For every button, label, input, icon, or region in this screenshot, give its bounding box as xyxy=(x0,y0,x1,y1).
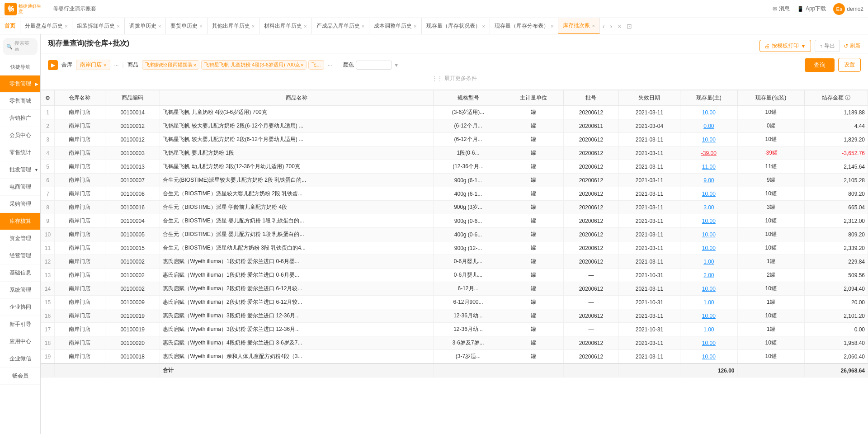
tab-fen-pan[interactable]: 分量盘点单历史 × xyxy=(20,18,72,34)
warehouse-filter-more[interactable]: ··· xyxy=(114,62,118,68)
sidebar-item-sys-mgmt[interactable]: 系统管理 xyxy=(0,282,40,299)
tab-yao-huo[interactable]: 要货单历史 × xyxy=(166,18,207,34)
cell-qty-main[interactable]: 10.00 xyxy=(680,106,737,119)
sidebar-item-basic-info[interactable]: 基础信息 xyxy=(0,264,40,282)
cell-qty-main[interactable]: 10.00 xyxy=(680,187,737,201)
cell-qty-main[interactable]: 1.00 xyxy=(680,296,737,309)
cell-qty-main[interactable]: 10.00 xyxy=(680,336,737,350)
tab-xian-cun-kucun[interactable]: 现存量（库存状况表） × xyxy=(422,18,490,34)
tab-ku-pi-close[interactable]: × xyxy=(592,23,594,28)
tab-xian-cun-kucun-close[interactable]: × xyxy=(482,24,485,29)
sidebar-item-member-sys[interactable]: 畅会员 xyxy=(0,368,40,385)
color-filter-arrow[interactable]: ▼ xyxy=(394,62,399,68)
sidebar-item-member-center-label: 会员中心 xyxy=(9,132,31,138)
sidebar-item-finance-mgmt[interactable]: 资金管理 xyxy=(0,230,40,247)
sidebar-item-retail-shop[interactable]: 零售商城 xyxy=(0,93,40,110)
tab-zu-chai[interactable]: 组装拆卸单历史 × xyxy=(72,18,124,34)
sidebar-item-wholesale-mgmt[interactable]: 批发管理 ▼ xyxy=(0,161,40,179)
sidebar-item-ops-mgmt[interactable]: 经营管理 xyxy=(0,247,40,264)
product-tag-2-remove[interactable]: × xyxy=(301,62,303,68)
cell-qty-main[interactable]: 10.00 xyxy=(680,282,737,296)
sidebar-item-retail-stats[interactable]: 零售统计 xyxy=(0,144,40,161)
settings-button[interactable]: 设置 xyxy=(838,58,861,72)
tab-nav-right[interactable]: › xyxy=(607,23,615,30)
cell-amount: 809.20 xyxy=(805,187,868,201)
query-button[interactable]: 查询 xyxy=(805,58,835,72)
app-download-btn[interactable]: 📱 App下载 xyxy=(797,5,826,13)
tab-qi-ta-close[interactable]: × xyxy=(252,24,255,29)
footer-total-amount: 26,968.64 xyxy=(805,363,868,377)
sidebar-item-ecom-mgmt[interactable]: 电商管理 xyxy=(0,179,40,196)
cell-qty-main[interactable]: 10.00 xyxy=(680,228,737,241)
tab-ku-pi[interactable]: 库存批次账 × xyxy=(558,18,599,34)
cell-unit: 罐 xyxy=(503,309,564,323)
sidebar-item-retail-mgmt[interactable]: 零售管理 ▶ xyxy=(0,75,40,93)
product-tag-2[interactable]: 飞鹤星飞帆 儿童奶粉 4段(3-6岁适用) 700克 × xyxy=(201,60,307,70)
tab-diao-bo-close[interactable]: × xyxy=(158,24,161,29)
sidebar-item-corp-wechat[interactable]: 企业微信 xyxy=(0,350,40,368)
cell-expire: 2021-10-31 xyxy=(618,296,680,309)
tab-qi-ta[interactable]: 其他出库单历史 × xyxy=(208,18,259,34)
sidebar-item-marketing[interactable]: 营销推广 xyxy=(0,110,40,127)
tab-zu-chai-close[interactable]: × xyxy=(117,24,119,29)
search-input[interactable]: 🔍 搜索英单 xyxy=(3,38,38,55)
tab-cai-liao-close[interactable]: × xyxy=(304,24,307,29)
cell-qty-main[interactable]: 10.00 xyxy=(680,133,737,146)
cell-qty-main[interactable]: 9.00 xyxy=(680,174,737,187)
cell-qty-main[interactable]: 3.00 xyxy=(680,201,737,214)
filter-expand-btn[interactable]: ▶ xyxy=(48,60,58,70)
cell-qty-main[interactable]: 10.00 xyxy=(680,309,737,323)
cell-no: 8 xyxy=(41,201,55,214)
cell-no: 6 xyxy=(41,174,55,187)
color-filter-input[interactable] xyxy=(356,61,392,70)
refresh-button[interactable]: ↺ 刷新 xyxy=(844,42,861,50)
tab-fen-pan-close[interactable]: × xyxy=(65,24,67,29)
sidebar-item-app-center[interactable]: 应用中心 xyxy=(0,333,40,350)
cell-batch: 20200612 xyxy=(564,241,619,255)
sidebar-item-purchase-mgmt[interactable]: 采购管理 xyxy=(0,196,40,213)
cell-qty-main[interactable]: -39.00 xyxy=(680,146,737,160)
cell-batch: 20200612 xyxy=(564,214,619,228)
cell-qty-main[interactable]: 1.00 xyxy=(680,255,737,269)
tab-cheng-ben[interactable]: 成本调整单历史 × xyxy=(369,18,421,34)
sidebar-item-new-guide[interactable]: 新手引导 xyxy=(0,316,40,333)
tab-xian-cun-fenpei[interactable]: 现存量（库存分布表） × xyxy=(490,18,558,34)
tab-yao-huo-close[interactable]: × xyxy=(199,24,202,29)
message-btn[interactable]: ✉ 消息 xyxy=(773,5,790,13)
warehouse-filter-tag[interactable]: 南岸门店 × xyxy=(76,60,110,70)
cell-qty-main[interactable]: 10.00 xyxy=(680,241,737,255)
export-button[interactable]: ↑ 导出 xyxy=(815,40,840,52)
cell-qty-main[interactable]: 10.00 xyxy=(680,214,737,228)
tab-nav-left[interactable]: ‹ xyxy=(600,23,608,30)
sidebar-item-corp-collab[interactable]: 企业协同 xyxy=(0,299,40,316)
sidebar-item-member-center[interactable]: 会员中心 xyxy=(0,127,40,144)
cell-qty-main[interactable]: 10.00 xyxy=(680,350,737,364)
user-area[interactable]: Ea demo2 xyxy=(833,3,863,15)
tab-diao-bo[interactable]: 调拨单历史 × xyxy=(125,18,166,34)
product-tag-1[interactable]: 飞鹤奶粉3段丙罐摆装 × xyxy=(142,60,200,70)
cell-qty-main[interactable]: 1.00 xyxy=(680,323,737,336)
warehouse-filter-remove[interactable]: × xyxy=(104,62,106,68)
product-tag-1-remove[interactable]: × xyxy=(193,62,196,68)
product-tag-3[interactable]: 飞... xyxy=(308,60,324,70)
cell-qty-main[interactable]: 11.00 xyxy=(680,160,737,174)
sidebar-item-stock-check[interactable]: 库存核算 xyxy=(0,213,40,230)
tab-bar: 首页 分量盘点单历史 × 组装拆卸单历史 × 调拨单历史 × 要货单历史 × 其… xyxy=(0,18,868,34)
tab-home[interactable]: 首页 xyxy=(0,18,20,34)
template-print-button[interactable]: 🖨 按模板打印 ▼ xyxy=(760,40,811,52)
tab-nav-close[interactable]: × xyxy=(615,23,624,30)
cell-batch: 20200611 xyxy=(564,119,619,133)
cell-qty-main[interactable]: 2.00 xyxy=(680,269,737,282)
tab-xian-cun-fenpei-close[interactable]: × xyxy=(551,24,553,29)
col-settings[interactable]: ⚙ xyxy=(41,90,55,106)
tab-nav-more[interactable]: ⊡ xyxy=(624,23,635,30)
product-filter-more[interactable]: ··· xyxy=(328,62,332,68)
tab-cai-liao[interactable]: 材料出库单历史 × xyxy=(259,18,311,34)
cell-qty-main[interactable]: 0.00 xyxy=(680,119,737,133)
tab-cheng-ben-close[interactable]: × xyxy=(414,24,416,29)
tab-chan-pin-close[interactable]: × xyxy=(362,24,364,29)
expand-more-btn[interactable]: ⋮⋮ 展开更多条件 xyxy=(48,72,861,85)
quick-nav-label[interactable]: 快捷导航 xyxy=(2,62,38,72)
tab-chan-pin[interactable]: 产成品入库单历史 × xyxy=(312,18,369,34)
table-row: 15 南岸门店 00100009 惠氏启赋（Wyeth illuma）2段奶粉 … xyxy=(41,296,868,309)
